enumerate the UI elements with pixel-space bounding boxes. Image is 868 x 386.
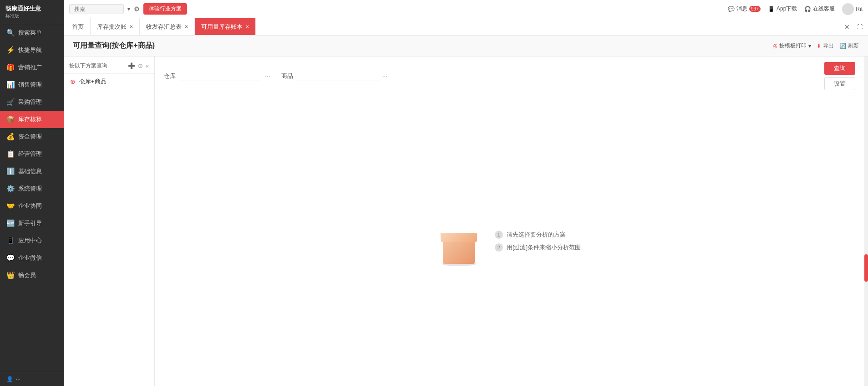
sidebar-item-label: 企业协同 — [18, 202, 42, 210]
tab-expand[interactable]: ⛶ — [855, 22, 864, 31]
management-icon: 📋 — [6, 150, 15, 158]
print-label: 按模板打印 — [779, 42, 807, 50]
topbar-gear-icon[interactable]: ⚙ — [134, 5, 140, 13]
tab-available-qty-label: 可用量库存账本 — [201, 23, 243, 31]
sidebar-item-label: 资金管理 — [18, 133, 42, 141]
tab-available-qty-close[interactable]: ✕ — [245, 24, 249, 29]
basic-info-icon: ℹ️ — [6, 167, 15, 175]
refresh-btn[interactable]: 🔄 刷新 — [839, 42, 859, 50]
empty-hint-2: 2 用[过滤]条件来缩小分析范围 — [495, 243, 581, 252]
page-title: 可用量查询(按仓库+商品) — [73, 41, 155, 51]
tabs-bar: 首页 库存批次账 ✕ 收发存汇总表 ✕ 可用量库存账本 ✕ ✕ ⛶ — [64, 18, 868, 36]
sidebar-item-apps[interactable]: 📱 应用中心 — [0, 232, 64, 249]
sidebar-item-label: 搜索菜单 — [18, 29, 42, 37]
user-name: Rit — [856, 6, 863, 12]
tab-inventory-batch-close[interactable]: ✕ — [129, 24, 133, 29]
apps-icon: 📱 — [6, 237, 15, 245]
settings-btn[interactable]: 设置 — [824, 77, 855, 90]
sidebar-item-system[interactable]: ⚙️ 系统管理 — [0, 180, 64, 197]
user-info[interactable]: Rit — [842, 3, 863, 15]
filter-header-icons: ➕ ⊙ « — [128, 62, 149, 69]
sidebar-item-label: 快捷导航 — [18, 46, 42, 54]
sales-icon: 📊 — [6, 81, 15, 89]
sidebar-item-wechat[interactable]: 💬 企业微信 — [0, 249, 64, 267]
tab-inventory-batch[interactable]: 库存批次账 ✕ — [91, 18, 140, 35]
query-actions: 查询 设置 — [824, 62, 855, 90]
system-icon: ⚙️ — [6, 185, 15, 193]
online-support-label: 在线客服 — [813, 5, 835, 13]
messages-label: 消息 — [736, 5, 747, 13]
tab-available-qty[interactable]: 可用量库存账本 ✕ — [195, 18, 256, 35]
sidebar-item-label: 库存核算 — [18, 115, 42, 124]
newbie-icon: 🆕 — [6, 219, 15, 227]
page-header-actions: 🖨 按模板打印 ▾ ⬇ 导出 🔄 刷新 — [772, 42, 859, 50]
sidebar-item-label: 畅会员 — [18, 271, 36, 279]
online-support-btn[interactable]: 🎧 在线客服 — [804, 5, 835, 13]
sidebar-item-search[interactable]: 🔍 搜索菜单 — [0, 24, 64, 41]
topbar-search-input[interactable] — [69, 4, 124, 14]
topbar-dropdown-icon[interactable]: ▾ — [127, 6, 130, 12]
wechat-icon: 💬 — [6, 254, 15, 262]
query-btn[interactable]: 查询 — [824, 62, 855, 75]
print-btn[interactable]: 🖨 按模板打印 ▾ — [772, 42, 811, 50]
empty-illustration — [438, 218, 484, 264]
app-download-icon: 📱 — [768, 6, 775, 12]
right-scrollbar[interactable] — [864, 57, 868, 386]
refresh-icon: 🔄 — [839, 43, 846, 49]
export-btn[interactable]: ⬇ 导出 — [817, 42, 834, 50]
sidebar-item-inventory[interactable]: 📦 库存核算 — [0, 111, 64, 128]
topbar-right: 💬 消息 99+ 📱 App下载 🎧 在线客服 Rit — [728, 3, 863, 15]
tab-window-close[interactable]: ✕ — [843, 22, 852, 31]
warehouse-field: 仓库 ··· — [164, 71, 270, 81]
query-panel: 仓库 ··· 商品 ··· 查询 设置 — [155, 57, 864, 386]
hint-num-1: 1 — [495, 231, 503, 239]
sidebar-item-sales[interactable]: 📊 销售管理 — [0, 76, 64, 93]
sidebar: 畅康通好生意 标准版 🔍 搜索菜单 ⚡ 快捷导航 🎁 营销推广 📊 销售管理 🛒… — [0, 0, 64, 386]
sidebar-item-shortcut[interactable]: ⚡ 快捷导航 — [0, 41, 64, 59]
sidebar-item-member[interactable]: 👑 畅会员 — [0, 267, 64, 284]
sidebar-item-management[interactable]: 📋 经营管理 — [0, 145, 64, 163]
sidebar-bottom: 👤 ··· — [0, 372, 64, 386]
app-version: 标准版 — [5, 13, 58, 19]
filter-settings-icon[interactable]: ⊙ — [138, 62, 143, 69]
warehouse-input[interactable] — [179, 71, 261, 81]
member-icon: 👑 — [6, 271, 15, 279]
sidebar-nav: 🔍 搜索菜单 ⚡ 快捷导航 🎁 营销推广 📊 销售管理 🛒 采购管理 📦 库存核… — [0, 24, 64, 372]
tabs-right-actions: ✕ ⛶ — [843, 22, 868, 31]
box-body — [443, 239, 475, 264]
goods-input[interactable] — [297, 71, 379, 81]
export-label: 导出 — [823, 42, 834, 50]
sidebar-item-label: 经营管理 — [18, 150, 42, 158]
hint-num-2: 2 — [495, 243, 503, 252]
filter-item-icon: ⊕ — [70, 78, 76, 85]
hint-text-2: 用[过滤]条件来缩小分析范围 — [507, 243, 581, 252]
main-area: ▾ ⚙ 体验行业方案 💬 消息 99+ 📱 App下载 🎧 在线客服 Rit — [64, 0, 868, 386]
messages-badge: 99+ — [749, 6, 761, 12]
content-area: 按以下方案查询 ➕ ⊙ « ⊕ 仓库+商品 仓库 ··· — [64, 57, 868, 386]
sidebar-item-label: 采购管理 — [18, 98, 42, 106]
sidebar-item-cooperation[interactable]: 🤝 企业协同 — [0, 197, 64, 215]
tab-stock-summary-close[interactable]: ✕ — [184, 24, 188, 29]
messages-btn[interactable]: 💬 消息 99+ — [728, 5, 761, 13]
sidebar-item-newbie[interactable]: 🆕 新手引导 — [0, 215, 64, 232]
avatar — [842, 3, 854, 15]
filter-warehouse-goods[interactable]: ⊕ 仓库+商品 — [64, 74, 154, 89]
tab-home[interactable]: 首页 — [66, 18, 91, 35]
tab-stock-summary[interactable]: 收发存汇总表 ✕ — [140, 18, 195, 35]
sidebar-item-label: 应用中心 — [18, 237, 42, 245]
sidebar-bottom-icon: 👤 — [6, 376, 13, 382]
app-download-label: App下载 — [777, 5, 797, 13]
filter-add-icon[interactable]: ➕ — [128, 62, 135, 69]
search-menu-icon: 🔍 — [6, 29, 15, 37]
sidebar-item-purchase[interactable]: 🛒 采购管理 — [0, 93, 64, 111]
sidebar-item-marketing[interactable]: 🎁 营销推广 — [0, 59, 64, 76]
sidebar-item-basic-info[interactable]: ℹ️ 基础信息 — [0, 163, 64, 180]
industry-btn[interactable]: 体验行业方案 — [143, 3, 187, 15]
filter-collapse-icon[interactable]: « — [146, 62, 149, 69]
empty-hint-1: 1 请先选择要分析的方案 — [495, 231, 581, 239]
sidebar-item-finance[interactable]: 💰 资金管理 — [0, 128, 64, 145]
app-download-btn[interactable]: 📱 App下载 — [768, 5, 797, 13]
inventory-icon: 📦 — [6, 115, 15, 124]
goods-dots[interactable]: ··· — [382, 72, 388, 80]
warehouse-dots[interactable]: ··· — [265, 72, 270, 80]
